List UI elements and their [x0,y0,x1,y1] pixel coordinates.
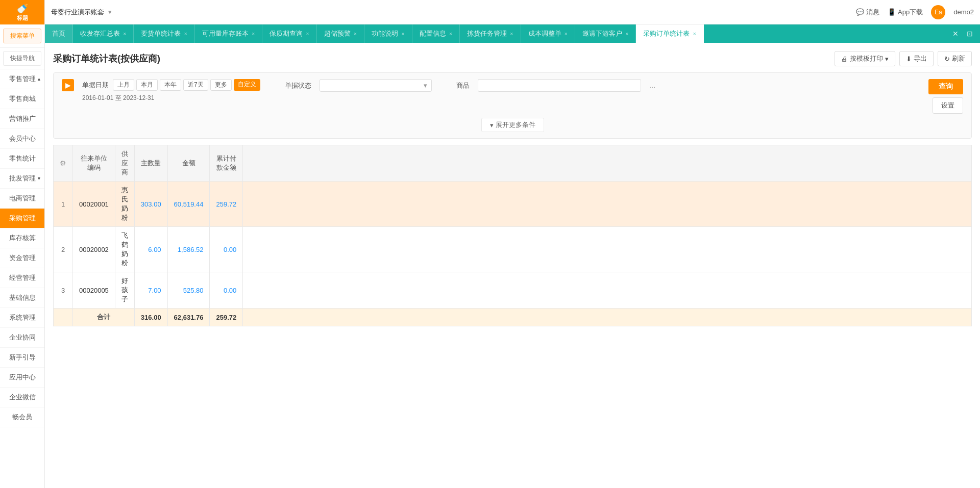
refresh-button[interactable]: ↻ 刷新 [938,51,972,66]
tab-function-desc-close[interactable]: × [401,31,404,37]
footer-extra [243,309,972,326]
gear-icon[interactable]: ⚙ [60,159,66,167]
page-title: 采购订单统计表(按供应商) [53,53,160,65]
sidebar-item-finance[interactable]: 资金管理 [0,248,44,268]
cell-amount[interactable]: 1,586.52 [167,227,210,272]
user-avatar: Ea [931,5,945,19]
cell-num: 1 [54,182,73,227]
tab-overstock-close[interactable]: × [354,31,357,37]
status-select[interactable]: ▾ [320,79,432,92]
table-row[interactable]: 2 00020002 飞鹤奶粉 6.00 1,586.52 0.00 [54,227,972,272]
sidebar-item-retail-mall[interactable]: 零售商城 [0,89,44,109]
date-range-display: 2016-01-01 至 2023-12-31 [82,94,260,102]
workspace-dropdown-icon[interactable]: ▾ [108,8,112,16]
tab-invite-close[interactable]: × [625,31,628,37]
col-paid-amount: 累计付款金额 [210,145,243,182]
search-menu-button[interactable]: 搜索菜单 [3,29,41,43]
date-range-text: 2016-01-01 至 2023-12-31 [82,94,154,101]
sidebar-item-wholesale[interactable]: 批发管理 [0,169,44,189]
cell-num: 2 [54,227,73,272]
print-button[interactable]: 🖨 按模板打印 ▾ [835,51,895,66]
filter-date-group: 单据日期 上月 本月 本年 近7天 更多 自定义 [82,79,260,91]
sidebar-item-marketing[interactable]: 营销推广 [0,109,44,129]
sidebar-item-ecommerce[interactable]: 电商管理 [0,189,44,209]
tab-expiry-close[interactable]: × [306,31,309,37]
cell-qty[interactable]: 7.00 [134,272,167,309]
cell-supplier: 惠氏奶粉 [115,182,134,227]
tab-config-close[interactable]: × [449,31,452,37]
sidebar-item-new-guide[interactable]: 新手引导 [0,348,44,368]
table-footer-row: 合计 316.00 62,631.76 259.72 [54,309,972,326]
user-name[interactable]: demo2 [953,8,974,16]
footer-empty [54,309,73,326]
tab-invite-downstream[interactable]: 邀请下游客户 × [575,24,636,43]
cell-qty[interactable]: 303.00 [134,182,167,227]
sidebar-item-basic-info[interactable]: 基础信息 [0,288,44,308]
sidebar-item-member-center[interactable]: 会员中心 [0,129,44,149]
filter-area: ▶ 单据日期 上月 本月 本年 近7天 更多 自定义 [53,72,972,139]
cell-paid-amount[interactable]: 259.72 [210,182,243,227]
tab-config-info[interactable]: 配置信息 × [412,24,460,43]
col-qty: 主数量 [134,145,167,182]
tab-available-stock-close[interactable]: × [252,31,255,37]
goods-input[interactable] [478,79,641,92]
tab-goods-summary-close[interactable]: × [184,31,187,37]
quick-nav-button[interactable]: 快捷导航 [3,51,41,66]
shortcut-7days[interactable]: 近7天 [183,79,208,91]
tab-expiry-query-label: 保质期查询 [270,29,303,38]
tab-overstock[interactable]: 超储预警 × [317,24,364,43]
status-dropdown-icon: ▾ [424,82,427,89]
tab-picking-close[interactable]: × [510,31,513,37]
cell-amount[interactable]: 60,519.44 [167,182,210,227]
tab-cost-adjust-close[interactable]: × [565,31,568,37]
cell-qty[interactable]: 6.00 [134,227,167,272]
tab-receive-summary[interactable]: 收发存汇总表 × [73,24,134,43]
close-tab-button[interactable]: ✕ [949,29,962,39]
filter-goods-group: 商品 … [456,79,656,92]
filter-toggle-button[interactable]: ▶ [62,79,74,91]
message-button[interactable]: 💬 消息 [856,8,879,17]
shortcut-this-month[interactable]: 本月 [136,79,158,91]
tab-function-desc[interactable]: 功能说明 × [364,24,412,43]
tab-receive-summary-close[interactable]: × [123,31,126,37]
custom-badge[interactable]: 自定义 [234,79,260,91]
shortcut-this-year[interactable]: 本年 [160,79,181,91]
shortcut-last-month[interactable]: 上月 [113,79,134,91]
export-button[interactable]: ⬇ 导出 [899,51,934,66]
tab-available-stock-label: 可用量库存账本 [202,29,249,38]
maximize-tab-button[interactable]: ⊡ [964,29,976,39]
cell-paid-amount[interactable]: 0.00 [210,227,243,272]
sidebar-item-enterprise-wechat[interactable]: 企业微信 [0,388,44,407]
sidebar-item-app-center[interactable]: 应用中心 [0,368,44,388]
app-download-button[interactable]: 📱 App下载 [888,8,923,17]
sidebar-item-inventory[interactable]: 库存核算 [0,228,44,248]
tab-expiry-query[interactable]: 保质期查询 × [262,24,316,43]
tab-goods-summary-label: 要货单统计表 [141,29,181,38]
sidebar: 🍼标题 搜索菜单 快捷导航 零售管理 零售商城 营销推广 会员中心 零售统计 批… [0,0,45,488]
content-area: 采购订单统计表(按供应商) 🖨 按模板打印 ▾ ⬇ 导出 ↻ 刷新 [45,43,980,488]
tab-function-desc-label: 功能说明 [372,29,398,38]
sidebar-item-retail-stats[interactable]: 零售统计 [0,149,44,169]
tab-available-stock[interactable]: 可用量库存账本 × [195,24,262,43]
sidebar-item-vip-member[interactable]: 畅会员 [0,407,44,427]
table-row[interactable]: 3 00020005 好孩子 7.00 525.80 0.00 [54,272,972,309]
tab-home[interactable]: 首页 [45,24,73,43]
search-button[interactable]: 查询 [928,79,963,94]
shortcut-more[interactable]: 更多 [210,79,232,91]
sidebar-item-enterprise-collab[interactable]: 企业协同 [0,328,44,348]
tab-purchase-order-summary[interactable]: 采购订单统计表 × [636,24,703,43]
table-row[interactable]: 1 00020001 惠氏奶粉 303.00 60,519.44 259.72 [54,182,972,227]
expand-more-button[interactable]: ▾ 展开更多条件 [481,118,544,132]
goods-dots[interactable]: … [649,82,656,89]
tab-goods-summary[interactable]: 要货单统计表 × [134,24,194,43]
sidebar-item-purchase[interactable]: 采购管理 [0,209,44,228]
cell-paid-amount[interactable]: 0.00 [210,272,243,309]
settings-button[interactable]: 设置 [933,97,963,114]
sidebar-item-system[interactable]: 系统管理 [0,308,44,328]
tab-cost-adjust[interactable]: 成本调整单 × [521,24,575,43]
sidebar-item-operations[interactable]: 经营管理 [0,268,44,288]
tab-purchase-order-close[interactable]: × [693,31,696,37]
sidebar-item-retail-management[interactable]: 零售管理 [0,69,44,89]
cell-amount[interactable]: 525.80 [167,272,210,309]
tab-picking-task[interactable]: 拣货任务管理 × [460,24,521,43]
